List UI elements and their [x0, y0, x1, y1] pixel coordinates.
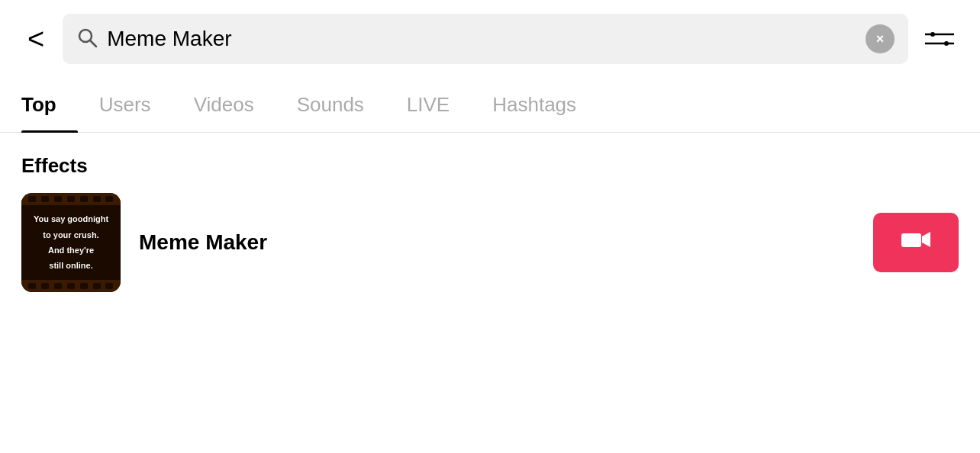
film-hole: [28, 283, 36, 289]
effect-name: Meme Maker: [139, 230, 855, 255]
film-strip-top: [21, 193, 121, 205]
film-hole: [93, 283, 101, 289]
clear-button[interactable]: ×: [866, 24, 895, 53]
use-effect-button[interactable]: [873, 213, 959, 272]
film-hole: [41, 283, 49, 289]
back-button[interactable]: <: [21, 21, 50, 56]
effect-line1: You say goodnight: [34, 214, 108, 224]
tab-hashtags[interactable]: Hashtags: [471, 78, 598, 132]
camera-icon: [901, 228, 931, 257]
effect-line4: still online.: [49, 260, 92, 271]
header: < Meme Maker ×: [0, 0, 980, 78]
film-hole: [67, 283, 75, 289]
effect-item: You say goodnight to your crush. And the…: [21, 193, 959, 292]
film-hole: [54, 283, 62, 289]
effect-line2: to your crush.: [43, 230, 98, 240]
effect-line3: And they're: [48, 245, 94, 255]
film-hole: [80, 283, 88, 289]
effect-thumbnail[interactable]: You say goodnight to your crush. And the…: [21, 193, 121, 292]
filter-icon: [925, 24, 954, 53]
film-hole: [54, 196, 62, 202]
search-bar: Meme Maker ×: [63, 14, 908, 64]
search-icon: [76, 27, 98, 51]
film-hole: [67, 196, 75, 202]
section-title-effects: Effects: [21, 154, 959, 178]
film-hole: [93, 196, 101, 202]
film-hole: [105, 283, 113, 289]
svg-rect-8: [901, 233, 921, 247]
search-text[interactable]: Meme Maker: [107, 27, 856, 51]
film-hole: [105, 196, 113, 202]
tab-sounds[interactable]: Sounds: [276, 78, 385, 132]
tab-videos[interactable]: Videos: [172, 78, 276, 132]
film-hole: [80, 196, 88, 202]
film-strip-bottom: [21, 280, 121, 292]
filter-button[interactable]: [920, 20, 959, 58]
tab-users[interactable]: Users: [78, 78, 172, 132]
tab-top[interactable]: Top: [21, 78, 78, 132]
content-area: Effects You say goodnight to your crush.…: [0, 133, 980, 313]
svg-line-1: [90, 40, 96, 47]
film-hole: [28, 196, 36, 202]
svg-marker-9: [922, 232, 930, 247]
effect-text-area: You say goodnight to your crush. And the…: [24, 198, 118, 286]
film-hole: [41, 196, 49, 202]
tabs-bar: Top Users Videos Sounds LIVE Hashtags: [0, 78, 980, 133]
tab-live[interactable]: LIVE: [385, 78, 471, 132]
